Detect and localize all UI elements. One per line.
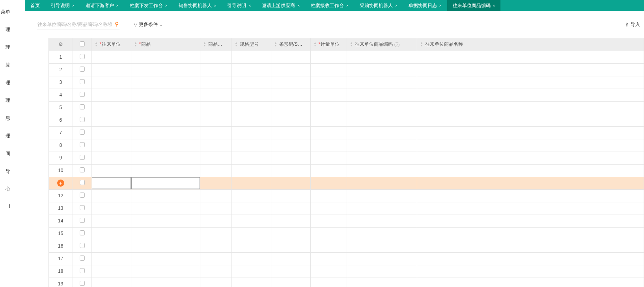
row-checkbox[interactable] — [80, 117, 85, 122]
cell[interactable] — [200, 177, 231, 189]
row-checkbox[interactable] — [80, 130, 85, 135]
cell[interactable] — [310, 278, 347, 287]
cell[interactable] — [310, 227, 347, 240]
table-row[interactable]: 16 — [49, 240, 644, 252]
table-row[interactable]: 17 — [49, 252, 644, 265]
cell[interactable] — [231, 215, 271, 227]
table-row[interactable]: 13 — [49, 202, 644, 215]
cell[interactable] — [347, 139, 417, 152]
table-row[interactable]: 8 — [49, 139, 644, 152]
cell[interactable] — [91, 252, 131, 265]
table-row[interactable]: 4 — [49, 89, 644, 101]
cell[interactable] — [200, 152, 231, 164]
cell[interactable] — [91, 101, 131, 114]
cell[interactable] — [271, 139, 310, 152]
cell[interactable] — [417, 189, 644, 202]
cell[interactable] — [231, 152, 271, 164]
close-icon[interactable]: × — [72, 4, 75, 8]
table-row[interactable]: 1 — [49, 51, 644, 63]
cell[interactable] — [347, 278, 417, 287]
cell[interactable] — [91, 76, 131, 89]
cell[interactable] — [200, 265, 231, 278]
close-icon[interactable]: × — [297, 4, 300, 8]
col-unit[interactable]: *往来单位 — [91, 38, 131, 51]
cell[interactable] — [347, 51, 417, 63]
cell[interactable] — [200, 114, 231, 126]
sidebar-item-10[interactable]: 心 — [0, 180, 12, 198]
table-row[interactable]: 10 — [49, 164, 644, 177]
cell[interactable] — [91, 202, 131, 215]
cell[interactable] — [200, 278, 231, 287]
sidebar-item-4[interactable]: 理 — [0, 74, 12, 92]
cell[interactable] — [347, 240, 417, 252]
row-checkbox[interactable] — [80, 268, 85, 273]
cell[interactable] — [91, 177, 131, 189]
table-row[interactable]: 15 — [49, 227, 644, 240]
cell[interactable] — [271, 215, 310, 227]
cell[interactable] — [200, 215, 231, 227]
cell[interactable] — [231, 164, 271, 177]
cell[interactable] — [131, 89, 200, 101]
cell[interactable] — [347, 89, 417, 101]
cell[interactable] — [231, 139, 271, 152]
more-conditions-button[interactable]: ▽ 更多条件 ⌄ — [134, 21, 162, 28]
tab-2[interactable]: 邀请下游客户× — [80, 0, 124, 11]
cell[interactable] — [271, 240, 310, 252]
cell[interactable] — [200, 76, 231, 89]
cell[interactable] — [417, 152, 644, 164]
cell[interactable] — [271, 164, 310, 177]
cell[interactable] — [91, 227, 131, 240]
sidebar-item-9[interactable]: 导 — [0, 163, 12, 180]
cell[interactable] — [131, 278, 200, 287]
col-select-all[interactable] — [73, 38, 91, 51]
row-checkbox[interactable] — [80, 193, 85, 198]
sidebar-item-7[interactable]: 理 — [0, 127, 12, 145]
cell[interactable] — [131, 189, 200, 202]
tab-3[interactable]: 档案下发工作台× — [124, 0, 173, 11]
sidebar-item-2[interactable]: 理 — [0, 39, 12, 56]
row-checkbox[interactable] — [80, 281, 85, 286]
cell[interactable] — [347, 164, 417, 177]
cell[interactable] — [347, 252, 417, 265]
cell[interactable] — [417, 177, 644, 189]
cell[interactable] — [231, 189, 271, 202]
cell[interactable] — [131, 152, 200, 164]
cell[interactable] — [231, 51, 271, 63]
row-checkbox[interactable] — [80, 54, 85, 59]
cell[interactable] — [200, 63, 231, 76]
cell[interactable] — [131, 114, 200, 126]
cell[interactable] — [231, 89, 271, 101]
cell[interactable] — [271, 126, 310, 139]
cell[interactable] — [310, 215, 347, 227]
col-barcode[interactable]: 条形码/S… — [271, 38, 310, 51]
row-checkbox[interactable] — [80, 218, 85, 223]
cell[interactable] — [417, 265, 644, 278]
cell[interactable] — [310, 202, 347, 215]
add-row-button[interactable]: + — [57, 180, 64, 187]
cell[interactable] — [271, 76, 310, 89]
cell[interactable] — [231, 202, 271, 215]
cell[interactable] — [200, 202, 231, 215]
cell[interactable] — [91, 215, 131, 227]
table-row[interactable]: 2 — [49, 63, 644, 76]
row-checkbox[interactable] — [80, 256, 85, 261]
cell[interactable] — [347, 227, 417, 240]
cell[interactable] — [131, 252, 200, 265]
cell[interactable] — [200, 227, 231, 240]
cell[interactable] — [271, 265, 310, 278]
cell[interactable] — [347, 202, 417, 215]
cell[interactable] — [131, 76, 200, 89]
cell[interactable] — [310, 152, 347, 164]
cell[interactable] — [131, 265, 200, 278]
cell[interactable] — [91, 51, 131, 63]
sidebar-item-1[interactable]: 理 — [0, 21, 12, 39]
sidebar-item-11[interactable]: i — [0, 198, 12, 215]
cell[interactable] — [200, 51, 231, 63]
cell[interactable] — [131, 240, 200, 252]
cell[interactable] — [231, 240, 271, 252]
cell[interactable] — [131, 215, 200, 227]
cell[interactable] — [231, 177, 271, 189]
sidebar-item-6[interactable]: 息 — [0, 109, 12, 127]
cell[interactable] — [200, 101, 231, 114]
cell[interactable] — [347, 126, 417, 139]
